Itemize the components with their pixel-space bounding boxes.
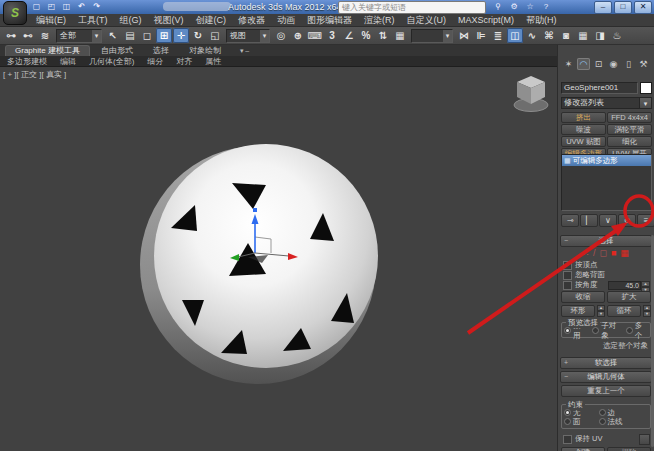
vertex-subobject-icon[interactable]: ∴ (583, 247, 589, 260)
undo-icon[interactable]: ↶ (75, 1, 88, 12)
select-and-scale-icon[interactable]: ◱ (207, 28, 223, 43)
soft-selection-rollout-header[interactable]: +软选择 (560, 357, 652, 369)
ribbon-panel-geometry-all[interactable]: 几何体(全部) (89, 56, 134, 66)
configure-modifier-sets-icon[interactable]: ≡ (637, 214, 654, 227)
by-vertex-checkbox[interactable] (563, 261, 572, 270)
viewport-label[interactable]: [ + ][ 正交 ][ 真实 ] (3, 69, 66, 80)
constraint-face-radio[interactable] (564, 418, 571, 425)
search-icon[interactable]: ⚲ (492, 1, 504, 12)
close-button[interactable]: ✕ (634, 1, 652, 14)
object-color-swatch[interactable] (640, 82, 652, 94)
create-button[interactable]: 创建 (561, 447, 605, 451)
object-name-field[interactable]: GeoSphere001 (561, 82, 638, 94)
preserve-uv-settings-button[interactable] (639, 434, 650, 445)
select-and-manipulate-icon[interactable]: ⊕ (290, 28, 306, 43)
minimize-button[interactable]: – (594, 1, 612, 14)
border-subobject-icon[interactable]: ◻ (599, 247, 606, 260)
ribbon-panel-polygon-modeling[interactable]: 多边形建模 (7, 56, 47, 66)
redo-icon[interactable]: ↷ (90, 1, 103, 12)
constraint-normal-radio[interactable] (599, 418, 606, 425)
select-by-name-icon[interactable]: ▤ (122, 28, 138, 43)
viewport-canvas[interactable]: [ + ][ 正交 ][ 真实 ] (0, 67, 557, 451)
polygon-subobject-icon[interactable]: ■ (611, 247, 616, 260)
stack-item-editable-poly[interactable]: ▦ 可编辑多边形 (562, 155, 651, 166)
preview-off-radio[interactable] (564, 327, 571, 334)
save-file-icon[interactable]: ◫ (60, 1, 73, 12)
rendered-frame-window-icon[interactable]: ◨ (592, 28, 608, 43)
repeat-last-button[interactable]: 重复上一个 (561, 385, 651, 397)
edit-named-selection-sets-icon[interactable]: ▦ (392, 28, 408, 43)
angle-snap-icon[interactable]: ∠ (341, 28, 357, 43)
menu-group[interactable]: 组(G) (114, 14, 148, 26)
menu-tools[interactable]: 工具(T) (72, 14, 114, 26)
layer-manager-icon[interactable]: ≣ (490, 28, 506, 43)
extrude-modifier-button[interactable]: 挤出 (561, 112, 606, 123)
rectangular-selection-region-icon[interactable]: ◻ (139, 28, 155, 43)
modifier-list-dropdown[interactable]: 修改器列表 (561, 97, 639, 109)
element-subobject-icon[interactable]: ▦ (620, 247, 629, 260)
ribbon-panel-subdivision[interactable]: 细分 (147, 56, 163, 66)
by-angle-checkbox[interactable] (563, 281, 572, 290)
settings-icon[interactable]: ⚙ (508, 1, 520, 12)
tab-selection[interactable]: 选择 (144, 45, 178, 56)
selection-rollout-header[interactable]: −选择 (560, 235, 652, 247)
tab-object-paint[interactable]: 对象绘制 (180, 45, 230, 56)
angle-spinner[interactable]: 45.0 ▲▼ (608, 281, 650, 290)
loop-spinner[interactable]: ▲▼ (643, 305, 651, 317)
search-input[interactable]: 键入关键字或短语 (338, 1, 486, 14)
grow-button[interactable]: 扩大 (607, 291, 651, 303)
menu-create[interactable]: 创建(C) (190, 14, 233, 26)
ring-button[interactable]: 环形 (561, 305, 595, 317)
render-production-icon[interactable]: ♨ (609, 28, 625, 43)
menu-maxscript[interactable]: MAXScript(M) (452, 14, 520, 26)
selection-filter-combo[interactable]: 全部 ▾ (56, 29, 102, 43)
select-and-move-icon[interactable]: ✛ (173, 28, 189, 43)
show-end-result-icon[interactable]: ▏ (580, 214, 598, 227)
preserve-uv-checkbox[interactable] (563, 435, 572, 444)
select-object-icon[interactable]: ↖ (105, 28, 121, 43)
reference-coordinate-combo[interactable]: 视图 ▾ (226, 29, 270, 43)
named-selection-combo[interactable]: ▾ (411, 29, 453, 43)
open-file-icon[interactable]: ◰ (45, 1, 58, 12)
spinner-snap-icon[interactable]: ⇅ (375, 28, 391, 43)
menu-rendering[interactable]: 渲染(R) (358, 14, 401, 26)
turbosmooth-modifier-button[interactable]: 涡轮平滑 (607, 124, 652, 135)
ribbon-panel-properties[interactable]: 属性 (205, 56, 221, 66)
create-tab-icon[interactable]: ✶ (562, 58, 575, 70)
utilities-tab-icon[interactable]: ⚒ (637, 58, 650, 70)
menu-customize[interactable]: 自定义(U) (401, 14, 453, 26)
chevron-down-icon[interactable]: ▾ (639, 97, 652, 109)
new-scene-icon[interactable]: ▢ (30, 1, 43, 12)
menu-graph-editors[interactable]: 图形编辑器 (301, 14, 358, 26)
viewcube[interactable] (514, 76, 548, 112)
ignore-backfacing-checkbox[interactable] (563, 271, 572, 280)
ribbon-panel-edit[interactable]: 编辑 (60, 56, 76, 66)
favorites-icon[interactable]: ☆ (524, 1, 536, 12)
ring-spinner[interactable]: ▲▼ (597, 305, 605, 317)
constraint-edge-radio[interactable] (599, 409, 606, 416)
maximize-button[interactable]: □ (614, 1, 632, 14)
modifier-stack-list[interactable]: ▦ 可编辑多边形 (561, 154, 652, 211)
hierarchy-tab-icon[interactable]: ⊡ (592, 58, 605, 70)
material-editor-icon[interactable]: ◙ (558, 28, 574, 43)
render-setup-icon[interactable]: ▦ (575, 28, 591, 43)
edit-geometry-rollout-header[interactable]: −编辑几何体 (560, 371, 652, 383)
preview-subobj-radio[interactable] (592, 327, 599, 334)
preview-multi-radio[interactable] (626, 327, 633, 334)
help-icon[interactable]: ? (540, 1, 552, 12)
uvw-map-modifier-button[interactable]: UVW 贴图 (561, 136, 606, 147)
select-and-link-icon[interactable]: ⊶ (3, 28, 19, 43)
menu-views[interactable]: 视图(V) (148, 14, 190, 26)
percent-snap-icon[interactable]: % (358, 28, 374, 43)
window-crossing-icon[interactable]: ⊞ (156, 28, 172, 43)
tab-freeform[interactable]: 自由形式 (92, 45, 142, 56)
ribbon-minimize-icon[interactable]: ▾ – (240, 45, 249, 56)
schematic-view-icon[interactable]: ⌘ (541, 28, 557, 43)
menu-help[interactable]: 帮助(H) (520, 14, 563, 26)
select-and-rotate-icon[interactable]: ↻ (190, 28, 206, 43)
noise-modifier-button[interactable]: 噪波 (561, 124, 606, 135)
curve-editor-icon[interactable]: ∿ (524, 28, 540, 43)
bind-to-space-warp-icon[interactable]: ≋ (37, 28, 53, 43)
ffd4x4x4-modifier-button[interactable]: FFD 4x4x4 (607, 112, 652, 123)
loop-button[interactable]: 循环 (607, 305, 641, 317)
